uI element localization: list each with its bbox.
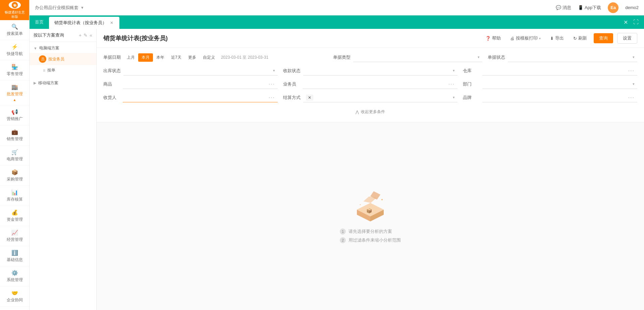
date-btn-lastmonth[interactable]: 上月: [123, 53, 138, 62]
ecommerce-icon: 🛒: [11, 149, 18, 155]
logo-icon: 畅: [9, 1, 21, 9]
receipt-status-label: 收款状态: [283, 68, 301, 74]
sidebar-item-retail[interactable]: 🏪 零售管理: [0, 60, 29, 81]
filter-row-2: 出库状态 ▾ 收款状态 ▾ 仓库 ···: [103, 66, 637, 75]
collapse-filter-btn[interactable]: ⋀ 收起更多条件: [103, 106, 637, 117]
svg-text:畅: 畅: [13, 4, 16, 7]
date-btn-thisyear[interactable]: 本年: [153, 53, 168, 62]
refresh-btn[interactable]: ↻ 刷新: [571, 34, 590, 43]
app-sub: 标版: [11, 14, 18, 19]
mobile-group-title[interactable]: ▶ 移动端方案: [30, 78, 96, 88]
product-more-icon: ···: [269, 81, 275, 87]
export-btn[interactable]: ⬇ 导出: [547, 34, 567, 43]
date-filter-buttons: 上月 本月 本年 近7天 更多 自定义 2023-03-01 至 2023-03…: [123, 53, 268, 62]
sidebar-item-inventory[interactable]: 📊 库存核算: [0, 186, 29, 206]
sidebar-item-system[interactable]: ⚙️ 系统管理: [0, 266, 29, 287]
sidebar-item-basic[interactable]: ℹ️ 基础信息: [0, 246, 29, 266]
refresh-label: 刷新: [578, 35, 587, 41]
scheme-item-salesperson[interactable]: 员 按业务员: [30, 53, 96, 65]
help-label: 帮助: [492, 35, 501, 41]
doc-type-control[interactable]: ▾: [353, 53, 483, 62]
app-download-label: App下载: [585, 5, 601, 11]
sidebar-basic-label: 基础信息: [7, 257, 23, 263]
doc-type-dropdown-icon: ▾: [478, 55, 480, 59]
date-btn-custom[interactable]: 自定义: [200, 53, 218, 62]
dept-control[interactable]: ▾: [482, 80, 637, 89]
sidebar-item-ecommerce[interactable]: 🛒 电商管理: [0, 146, 29, 166]
sidebar-item-finance[interactable]: 💰 资金管理: [0, 206, 29, 226]
receipt-status-filter-item: 收款状态 ▾: [283, 66, 458, 75]
product-control[interactable]: ···: [123, 80, 278, 89]
module-dropdown-icon[interactable]: ▾: [81, 5, 84, 10]
date-btn-7days[interactable]: 近7天: [168, 53, 185, 62]
filter-row-3: 商品 ··· 业务员 ··· 部门 ▾: [103, 80, 637, 89]
salesperson-control[interactable]: ···: [303, 80, 458, 89]
tab-sales-stat[interactable]: 销货单统计表（按业务员） ✕: [49, 17, 119, 29]
download-icon: 📱: [578, 5, 583, 10]
product-label: 商品: [103, 81, 120, 87]
current-module-label: 办公用品行业模拟账套: [35, 5, 78, 11]
doc-status-control[interactable]: ▾: [508, 53, 637, 62]
left-panel-header: 按以下方案查询 + ✎ «: [30, 29, 96, 42]
tab-home[interactable]: 首页: [30, 15, 49, 29]
sidebar-item-newuser[interactable]: 🌟 新手引导: [0, 307, 29, 310]
date-btn-more[interactable]: 更多: [185, 53, 200, 62]
query-btn[interactable]: 查询: [594, 33, 613, 43]
doc-status-label: 单据状态: [488, 54, 505, 60]
filter-area: 单据日期 上月 本月 本年 近7天 更多 自定义 2023-03-01 至 20…: [97, 48, 644, 122]
sidebar-wholesale-label: 批发管理: [7, 91, 23, 97]
payment-label: 结算方式: [283, 95, 301, 101]
tab-home-label: 首页: [35, 19, 44, 25]
filter-row-1: 单据日期 上月 本月 本年 近7天 更多 自定义 2023-03-01 至 20…: [103, 53, 637, 62]
brand-label: 品牌: [463, 95, 480, 101]
consignee-control[interactable]: ···: [123, 93, 278, 102]
settings-btn[interactable]: 设置: [617, 33, 637, 44]
query-label: 查询: [599, 36, 608, 41]
edit-scheme-btn[interactable]: ✎: [84, 33, 88, 38]
empty-tip-1: 1 请先选择要分析的方案: [340, 228, 401, 235]
system-icon: ⚙️: [11, 270, 18, 276]
payment-control[interactable]: ✕ ▾: [303, 93, 458, 102]
app-download-btn[interactable]: 📱 App下载: [578, 5, 601, 11]
payment-chip-close[interactable]: ✕: [308, 95, 311, 100]
sidebar-item-sales[interactable]: 💼 销售管理: [0, 125, 29, 146]
out-status-control[interactable]: ▾: [123, 66, 278, 75]
tab-fullscreen-btn[interactable]: ⛶: [632, 18, 640, 27]
warehouse-control[interactable]: ···: [482, 66, 637, 75]
pc-group-title[interactable]: ▼ 电脑端方案: [30, 43, 96, 53]
tab-close-all-btn[interactable]: ✕: [622, 18, 629, 27]
data-area: 📦 1 请先选择要分析的方案 2 用过滤条件来缩小分析范围: [97, 122, 644, 310]
sidebar-item-quicknav[interactable]: ⚡ 快捷导航: [0, 40, 29, 60]
tab-close-icon[interactable]: ✕: [109, 20, 114, 26]
product-filter-item: 商品 ···: [103, 80, 278, 89]
mobile-group-label: 移动端方案: [38, 80, 58, 86]
sidebar-item-enterprise[interactable]: 🤝 企业协同: [0, 287, 29, 307]
scheme-item-order[interactable]: ≡ 按单: [30, 65, 96, 75]
add-scheme-btn[interactable]: +: [79, 33, 82, 38]
brand-control[interactable]: ···: [482, 93, 637, 102]
filter-row-4: 收货人 ··· 结算方式 ✕ ▾: [103, 93, 637, 102]
date-btn-thismonth[interactable]: 本月: [138, 53, 153, 62]
message-btn[interactable]: 💬 消息: [556, 5, 571, 11]
print-label: 按模板打印: [516, 35, 538, 41]
marketing-icon: 📢: [11, 109, 18, 115]
receipt-status-control[interactable]: ▾: [303, 66, 458, 75]
sidebar-system-label: 系统管理: [7, 277, 23, 283]
collapse-panel-btn[interactable]: «: [90, 33, 92, 38]
consignee-label: 收货人: [103, 95, 120, 101]
sidebar-item-purchase[interactable]: 📦 采购管理: [0, 166, 29, 186]
content-area: 按以下方案查询 + ✎ « ▼ 电脑端方案 员 按业务员 ≡: [30, 29, 644, 310]
sidebar-item-marketing[interactable]: 📢 营销推广: [0, 105, 29, 125]
svg-text:📦: 📦: [366, 208, 372, 214]
sidebar-item-operations[interactable]: 📈 经营管理: [0, 226, 29, 246]
salesperson-more-icon: ···: [448, 81, 455, 87]
help-btn[interactable]: ❓ 帮助: [483, 34, 503, 43]
sidebar-item-search[interactable]: 🔍 搜索菜单: [0, 20, 29, 40]
page-title: 销货单统计表(按业务员): [103, 34, 483, 42]
print-btn[interactable]: 🖨 按模板打印 ▾: [507, 34, 543, 43]
tip-1-num: 1: [340, 228, 346, 235]
sidebar-item-wholesale[interactable]: 🏬 批发管理 ▲: [0, 81, 29, 105]
user-avatar[interactable]: Ea: [608, 2, 619, 13]
wholesale-arrow: ▲: [13, 98, 16, 102]
sales-icon: 💼: [11, 129, 18, 135]
